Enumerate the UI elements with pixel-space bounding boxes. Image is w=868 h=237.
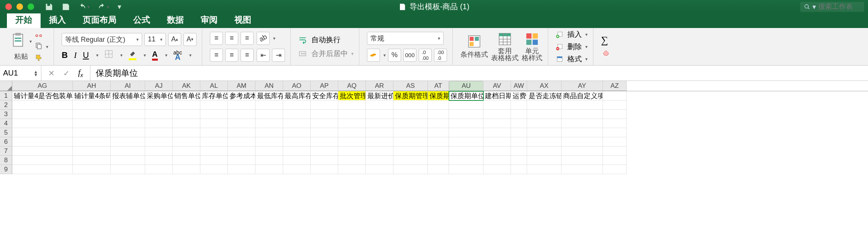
column-header[interactable]: AI [111,81,145,91]
cell[interactable] [200,100,228,110]
cell[interactable] [338,110,366,119]
row-header[interactable]: 1 [0,91,12,100]
redo-icon[interactable]: ▾ [98,3,109,11]
cell[interactable] [73,146,111,156]
cell[interactable]: 商品自定义项 [562,91,603,100]
cell-styles-button[interactable]: 单元 格样式 [522,32,542,61]
cell[interactable] [145,156,173,165]
row-header[interactable]: 3 [0,110,12,119]
cell[interactable]: 运费 [511,91,527,100]
decrease-font-button[interactable]: A▾ [183,33,197,46]
undo-icon[interactable]: ▾ [79,3,90,11]
cell[interactable] [228,128,255,137]
cell[interactable] [428,128,449,137]
column-header[interactable]: AH [73,81,111,91]
cell[interactable] [527,119,562,128]
cell[interactable] [393,100,428,110]
merge-center-button[interactable]: 合并后居中▾ [298,49,354,59]
cell[interactable] [283,156,311,165]
cell[interactable] [283,146,311,156]
cell[interactable] [527,156,562,165]
cell[interactable] [527,110,562,119]
customize-qat-icon[interactable]: ▾ [118,2,121,11]
cell[interactable] [145,119,173,128]
cell[interactable] [283,137,311,146]
cell[interactable]: 保质期 [428,91,449,100]
cell[interactable] [449,128,483,137]
cell[interactable] [338,128,366,137]
column-header[interactable]: AQ [338,81,366,91]
save-icon[interactable] [62,3,70,11]
cell[interactable] [255,128,283,137]
tab-view[interactable]: 视图 [226,12,260,28]
cell[interactable] [173,137,200,146]
cell[interactable] [511,137,527,146]
cell[interactable] [311,110,338,119]
spreadsheet-grid[interactable]: AGAHAIAJAKALAMANAOAPAQARASATAUAVAWAXAYAZ… [0,81,868,174]
row-header[interactable]: 4 [0,119,12,128]
cell[interactable] [200,137,228,146]
comma-button[interactable]: 000 [403,49,416,62]
cell[interactable] [145,137,173,146]
cell[interactable] [511,146,527,156]
cell[interactable] [603,137,627,146]
fill-color-button[interactable] [129,50,136,60]
cell[interactable] [449,165,483,174]
cell[interactable] [527,137,562,146]
cell[interactable] [483,100,511,110]
confirm-formula-button[interactable]: ✓ [63,69,70,78]
delete-cells-button[interactable]: 删除▾ [556,42,588,52]
cell[interactable] [255,156,283,165]
cell[interactable] [311,119,338,128]
font-size-select[interactable]: 11▾ [144,33,166,46]
cell[interactable] [393,146,428,156]
cell[interactable] [511,165,527,174]
cell[interactable] [428,146,449,156]
cell[interactable] [12,128,73,137]
autosave-icon[interactable] [45,3,53,11]
cell[interactable]: 报表辅单位 [111,91,145,100]
row-header[interactable]: 2 [0,100,12,110]
cell[interactable] [603,119,627,128]
cell[interactable]: 参考成本 [228,91,255,100]
cell[interactable] [311,128,338,137]
cell[interactable] [603,165,627,174]
bold-button[interactable]: B [62,50,68,60]
cell[interactable] [338,146,366,156]
row-header[interactable]: 7 [0,146,12,156]
fx-button[interactable]: fx [78,68,83,78]
cell[interactable] [527,128,562,137]
font-color-button[interactable]: A [152,50,157,61]
cell[interactable] [428,100,449,110]
cell[interactable] [393,137,428,146]
conditional-formatting-button[interactable]: 条件格式 [460,35,488,59]
cell[interactable]: 辅计量4条码 [73,91,111,100]
cell[interactable] [228,110,255,119]
cell[interactable] [511,110,527,119]
cell[interactable] [511,100,527,110]
font-name-select[interactable]: 等线 Regular (正文)▾ [62,33,142,46]
cell[interactable] [283,119,311,128]
cancel-formula-button[interactable]: ✕ [48,69,55,78]
cell[interactable] [428,156,449,165]
cell[interactable] [449,137,483,146]
cell[interactable] [173,110,200,119]
increase-decimal-button[interactable]: .0.00 [419,49,432,62]
align-top-button[interactable]: ≡ [210,32,223,45]
cell[interactable] [228,165,255,174]
cell[interactable] [338,100,366,110]
tab-formulas[interactable]: 公式 [125,12,159,28]
cell[interactable] [428,110,449,119]
cell[interactable] [338,165,366,174]
cell[interactable]: 批次管理 [338,91,366,100]
format-cells-button[interactable]: 格式▾ [556,54,588,64]
column-header[interactable]: AK [173,81,200,91]
zoom-window[interactable] [28,3,34,10]
cell[interactable] [428,119,449,128]
cell[interactable] [73,156,111,165]
column-header[interactable]: AP [311,81,338,91]
cell[interactable] [145,100,173,110]
cell[interactable] [562,146,603,156]
cell[interactable] [603,91,627,100]
column-header[interactable]: AJ [145,81,173,91]
